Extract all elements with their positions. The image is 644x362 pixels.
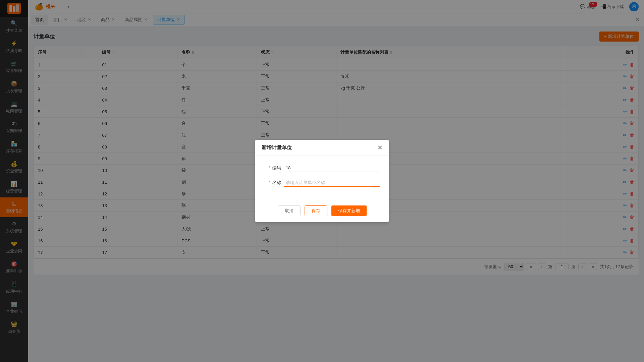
name-label: * 名称: [264, 180, 281, 186]
code-label: * 编码: [264, 165, 281, 171]
add-unit-modal: 新增计量单位 ✕ * 编码 * 名称 取消 保存 保存并新增: [255, 140, 389, 222]
name-input[interactable]: [284, 179, 380, 187]
save-button[interactable]: 保存: [305, 205, 327, 216]
name-field-row: * 名称: [264, 179, 380, 187]
modal-footer: 取消 保存 保存并新增: [255, 201, 389, 222]
modal-overlay[interactable]: 新增计量单位 ✕ * 编码 * 名称 取消 保存 保存并新增: [0, 0, 644, 362]
modal-close-button[interactable]: ✕: [377, 145, 382, 151]
save-and-new-button[interactable]: 保存并新增: [331, 205, 367, 216]
modal-header: 新增计量单位 ✕: [255, 140, 389, 156]
code-input[interactable]: [284, 164, 380, 172]
cancel-button[interactable]: 取消: [278, 205, 301, 216]
code-field-row: * 编码: [264, 164, 380, 172]
modal-body: * 编码 * 名称: [255, 156, 389, 201]
modal-title: 新增计量单位: [262, 144, 292, 151]
